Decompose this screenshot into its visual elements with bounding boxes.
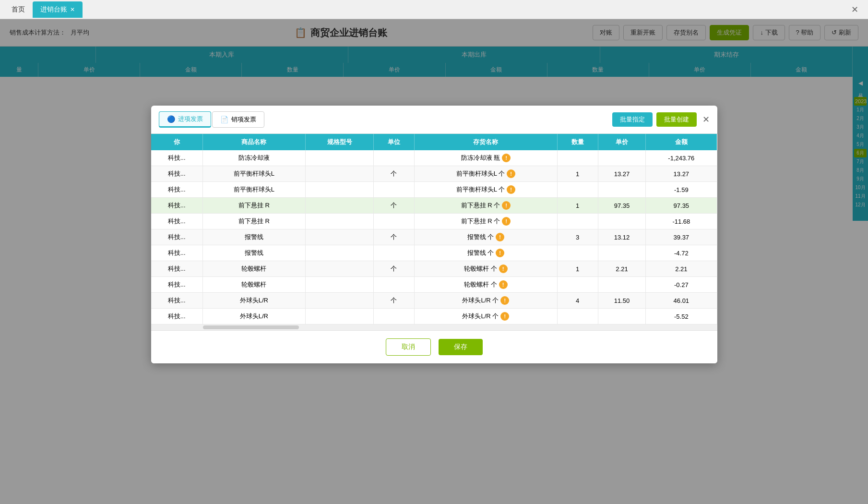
scrollbar-thumb[interactable]	[203, 325, 299, 329]
warning-icon: !	[502, 201, 511, 210]
horizontal-scrollbar[interactable]	[151, 324, 717, 330]
tab-ledger[interactable]: 进销台账 ✕	[33, 1, 83, 18]
table-cell-5: 1	[557, 166, 598, 182]
dialog-close-button[interactable]: ✕	[702, 114, 710, 125]
table-cell-5	[557, 277, 598, 293]
table-cell-1: 前平衡杆球头L	[202, 182, 305, 198]
table-row[interactable]: 科技...报警线个报警线 个!313.1239.37	[151, 229, 717, 245]
warning-icon: !	[507, 169, 515, 178]
cancel-button[interactable]: 取消	[386, 338, 431, 356]
table-row[interactable]: 科技...报警线报警线 个!-4.72	[151, 245, 717, 261]
table-cell-4: 前下悬挂 R 个!	[415, 214, 558, 229]
th-company: 你	[151, 134, 203, 150]
table-cell-0: 科技...	[151, 166, 203, 182]
table-cell-1: 外球头L/R	[202, 309, 305, 324]
table-cell-1: 前下悬挂 R	[202, 198, 305, 214]
table-cell-4: 轮毂螺杆 个!	[415, 261, 558, 277]
batch-assign-button[interactable]: 批量指定	[612, 112, 653, 127]
window-close-button[interactable]: ✕	[845, 4, 864, 15]
table-cell-4: 前平衡杆球头L 个!	[415, 166, 558, 182]
table-cell-7: -11.68	[646, 214, 717, 229]
table-row[interactable]: 科技...前下悬挂 R个前下悬挂 R 个!197.3597.35	[151, 198, 717, 214]
dialog-actions: 批量指定 批量创建	[612, 112, 697, 127]
table-cell-0: 科技...	[151, 214, 203, 229]
batch-create-button[interactable]: 批量创建	[656, 112, 697, 127]
table-cell-0: 科技...	[151, 150, 203, 166]
table-cell-1: 前下悬挂 R	[202, 214, 305, 229]
table-cell-1: 前平衡杆球头L	[202, 166, 305, 182]
invoice-table: 你 商品名称 规格型号 单位 存货名称 数量 单价 金额 科技...防冻冷却液防…	[151, 134, 717, 324]
table-row[interactable]: 科技...防冻冷却液防冻冷却液 瓶!-1,243.76	[151, 150, 717, 166]
table-row[interactable]: 科技...前下悬挂 R前下悬挂 R 个!-11.68	[151, 214, 717, 229]
table-cell-4: 报警线 个!	[415, 229, 558, 245]
table-cell-3: 个	[373, 229, 414, 245]
table-cell-1: 轮毂螺杆	[202, 277, 305, 293]
table-cell-0: 科技...	[151, 309, 203, 324]
tab-close-icon[interactable]: ✕	[70, 6, 75, 13]
table-cell-2	[306, 277, 374, 293]
table-cell-5: 3	[557, 229, 598, 245]
table-cell-3: 个	[373, 198, 414, 214]
table-cell-4: 报警线 个!	[415, 245, 558, 261]
table-cell-5	[557, 182, 598, 198]
table-cell-7: 46.01	[646, 293, 717, 309]
table-cell-3: 个	[373, 166, 414, 182]
table-cell-1: 外球头L/R	[202, 293, 305, 309]
table-cell-4: 前平衡杆球头L 个!	[415, 182, 558, 198]
table-cell-2	[306, 309, 374, 324]
tab-home[interactable]: 首页	[4, 1, 33, 18]
table-cell-0: 科技...	[151, 293, 203, 309]
table-cell-5	[557, 214, 598, 229]
table-row[interactable]: 科技...轮毂螺杆个轮毂螺杆 个!12.212.21	[151, 261, 717, 277]
table-row[interactable]: 科技...外球头L/R外球头L/R 个!-5.52	[151, 309, 717, 324]
table-row[interactable]: 科技...轮毂螺杆轮毂螺杆 个!-0.27	[151, 277, 717, 293]
th-price: 单价	[598, 134, 645, 150]
table-cell-4: 防冻冷却液 瓶!	[415, 150, 558, 166]
table-cell-3: 个	[373, 293, 414, 309]
table-header-row: 你 商品名称 规格型号 单位 存货名称 数量 单价 金额	[151, 134, 717, 150]
input-invoice-label: 进项发票	[178, 115, 203, 123]
table-cell-7: 13.27	[646, 166, 717, 182]
table-cell-7: -4.72	[646, 245, 717, 261]
table-cell-2	[306, 261, 374, 277]
table-cell-1: 报警线	[202, 229, 305, 245]
table-row[interactable]: 科技...前平衡杆球头L个前平衡杆球头L 个!113.2713.27	[151, 166, 717, 182]
table-cell-2	[306, 229, 374, 245]
th-amount: 金额	[646, 134, 717, 150]
table-cell-2	[306, 150, 374, 166]
table-cell-6: 2.21	[598, 261, 645, 277]
table-cell-3	[373, 277, 414, 293]
th-inventory-name: 存货名称	[415, 134, 558, 150]
dialog-footer: 取消 保存	[151, 330, 717, 363]
table-cell-1: 防冻冷却液	[202, 150, 305, 166]
tab-input-invoice[interactable]: 🔵 进项发票	[159, 111, 211, 128]
table-cell-1: 轮毂螺杆	[202, 261, 305, 277]
table-cell-0: 科技...	[151, 277, 203, 293]
table-row[interactable]: 科技...前平衡杆球头L前平衡杆球头L 个!-1.59	[151, 182, 717, 198]
table-cell-0: 科技...	[151, 245, 203, 261]
th-unit: 单位	[373, 134, 414, 150]
warning-icon: !	[502, 154, 511, 162]
table-cell-6: 97.35	[598, 198, 645, 214]
tab-output-invoice[interactable]: 📄 销项发票	[212, 111, 264, 128]
table-cell-6	[598, 150, 645, 166]
table-cell-5	[557, 309, 598, 324]
table-cell-7: -1.59	[646, 182, 717, 198]
table-cell-2	[306, 293, 374, 309]
table-cell-0: 科技...	[151, 182, 203, 198]
table-cell-3	[373, 182, 414, 198]
warning-icon: !	[500, 312, 509, 321]
table-cell-4: 前下悬挂 R 个!	[415, 198, 558, 214]
table-cell-6	[598, 277, 645, 293]
th-qty: 数量	[557, 134, 598, 150]
table-cell-4: 外球头L/R 个!	[415, 293, 558, 309]
table-cell-7: -1,243.76	[646, 150, 717, 166]
table-cell-5: 1	[557, 198, 598, 214]
table-cell-2	[306, 245, 374, 261]
warning-icon: !	[499, 264, 508, 273]
table-cell-7: -0.27	[646, 277, 717, 293]
main-area: 销售成本计算方法： 月平均 📋 商贸企业进销台账 对账 重新开账 存货别名 生成…	[0, 19, 868, 504]
table-row[interactable]: 科技...外球头L/R个外球头L/R 个!411.5046.01	[151, 293, 717, 309]
input-invoice-icon: 🔵	[167, 115, 175, 123]
save-button[interactable]: 保存	[439, 339, 483, 355]
